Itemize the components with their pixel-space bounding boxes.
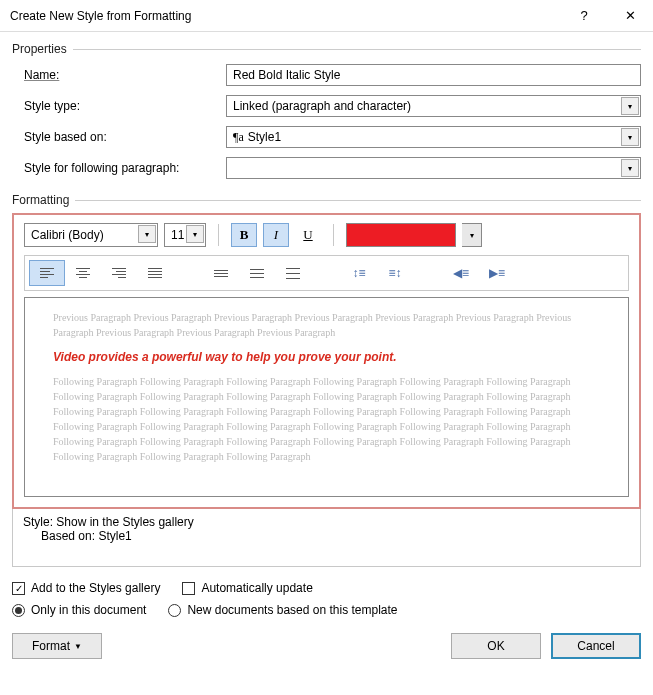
auto-update-checkbox[interactable]: Automatically update xyxy=(182,581,312,595)
align-left-button[interactable] xyxy=(29,260,65,286)
para-space-before-icon: ↕≡ xyxy=(352,266,365,280)
preview-sample-text: Video provides a powerful way to help yo… xyxy=(53,350,600,364)
preview-following-text: Following Paragraph Following Paragraph … xyxy=(53,374,600,464)
formatting-box: Calibri (Body) ▾ 11 ▾ B I U ▾ xyxy=(12,213,641,509)
properties-section-label: Properties xyxy=(12,42,641,56)
chevron-down-icon: ▼ xyxy=(74,642,82,651)
chevron-down-icon: ▾ xyxy=(138,225,156,243)
line-spacing-1-5-button[interactable] xyxy=(239,260,275,286)
font-color-swatch[interactable] xyxy=(346,223,456,247)
style-desc-line1: Style: Show in the Styles gallery xyxy=(23,515,630,529)
spacing-loose-icon xyxy=(286,268,300,279)
space-before-decrease-button[interactable]: ≡↕ xyxy=(377,260,413,286)
new-documents-radio[interactable]: New documents based on this template xyxy=(168,603,397,617)
font-size-combo[interactable]: 11 ▾ xyxy=(164,223,206,247)
align-center-button[interactable] xyxy=(65,260,101,286)
line-spacing-1-button[interactable] xyxy=(203,260,239,286)
style-description: Style: Show in the Styles gallery Based … xyxy=(12,509,641,567)
align-right-button[interactable] xyxy=(101,260,137,286)
close-button[interactable]: ✕ xyxy=(607,0,653,32)
para-space-after-icon: ≡↕ xyxy=(388,266,401,280)
cancel-button[interactable]: Cancel xyxy=(551,633,641,659)
formatting-section-label: Formatting xyxy=(12,193,641,207)
help-button[interactable]: ? xyxy=(561,0,607,32)
radio-selected-icon xyxy=(12,604,25,617)
align-justify-icon xyxy=(148,268,162,278)
divider xyxy=(333,224,334,246)
bold-button[interactable]: B xyxy=(231,223,257,247)
style-following-combo[interactable]: ▾ xyxy=(226,157,641,179)
ok-button[interactable]: OK xyxy=(451,633,541,659)
chevron-down-icon: ▾ xyxy=(621,159,639,177)
chevron-down-icon: ▾ xyxy=(186,225,204,243)
style-type-combo[interactable]: Linked (paragraph and character) ▾ xyxy=(226,95,641,117)
pilcrow-icon: ¶a xyxy=(233,130,244,145)
align-justify-button[interactable] xyxy=(137,260,173,286)
radio-unselected-icon xyxy=(168,604,181,617)
preview-pane: Previous Paragraph Previous Paragraph Pr… xyxy=(24,297,629,497)
style-type-label: Style type: xyxy=(24,99,214,113)
add-to-gallery-checkbox[interactable]: ✓ Add to the Styles gallery xyxy=(12,581,160,595)
space-before-increase-button[interactable]: ↕≡ xyxy=(341,260,377,286)
line-spacing-2-button[interactable] xyxy=(275,260,311,286)
name-label: Name: xyxy=(24,68,214,82)
decrease-indent-button[interactable]: ◀≡ xyxy=(443,260,479,286)
checkbox-unchecked-icon xyxy=(182,582,195,595)
align-left-icon xyxy=(40,268,54,278)
format-button[interactable]: Format▼ xyxy=(12,633,102,659)
chevron-down-icon: ▾ xyxy=(621,128,639,146)
name-input[interactable] xyxy=(226,64,641,86)
style-following-label: Style for following paragraph: xyxy=(24,161,214,175)
font-combo[interactable]: Calibri (Body) ▾ xyxy=(24,223,158,247)
preview-previous-text: Previous Paragraph Previous Paragraph Pr… xyxy=(53,310,600,340)
decrease-indent-icon: ◀≡ xyxy=(453,266,469,280)
spacing-tight-icon xyxy=(214,270,228,277)
style-based-on-combo[interactable]: ¶a Style1 ▾ xyxy=(226,126,641,148)
spacing-medium-icon xyxy=(250,269,264,278)
divider xyxy=(218,224,219,246)
style-based-on-label: Style based on: xyxy=(24,130,214,144)
underline-button[interactable]: U xyxy=(295,223,321,247)
font-color-dropdown[interactable]: ▾ xyxy=(462,223,482,247)
align-center-icon xyxy=(76,268,90,278)
increase-indent-button[interactable]: ▶≡ xyxy=(479,260,515,286)
align-right-icon xyxy=(112,268,126,278)
checkbox-checked-icon: ✓ xyxy=(12,582,25,595)
chevron-down-icon: ▾ xyxy=(621,97,639,115)
increase-indent-icon: ▶≡ xyxy=(489,266,505,280)
titlebar: Create New Style from Formatting ? ✕ xyxy=(0,0,653,32)
italic-button[interactable]: I xyxy=(263,223,289,247)
style-desc-line2: Based on: Style1 xyxy=(23,529,630,543)
window-title: Create New Style from Formatting xyxy=(10,9,561,23)
only-in-document-radio[interactable]: Only in this document xyxy=(12,603,146,617)
